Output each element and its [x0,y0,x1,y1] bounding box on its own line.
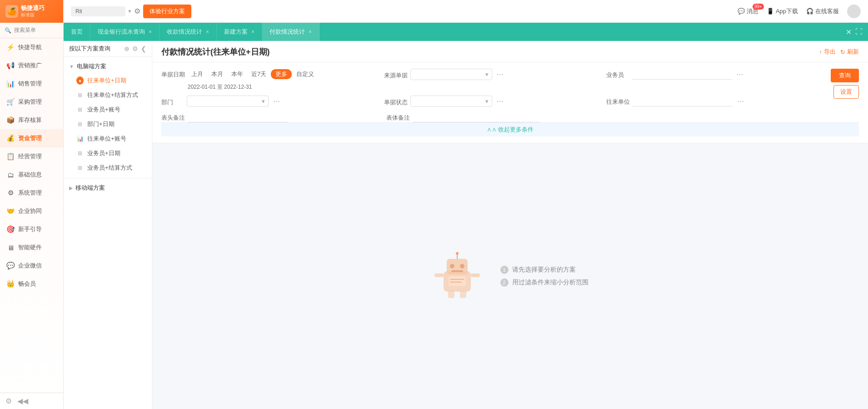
mobile-schema-group[interactable]: ▶ 移动端方案 [64,181,152,195]
mobile-schema-section: ▶ 移动端方案 [64,178,152,197]
schema-item-staff-date[interactable]: ⊞ 业务员+日期 [64,146,152,161]
source-dots[interactable]: ··· [497,70,504,79]
tabbar-controls: ✕ ⛶ [840,23,868,41]
add-schema-icon[interactable]: ⊕ [124,45,130,52]
sidebar-item-inventory[interactable]: 📦 库存核算 [0,111,63,129]
refresh-icon: ↻ [840,49,845,56]
sidebar-item-sales[interactable]: 📊 销售管理 [0,75,63,93]
tab-new-plan[interactable]: 新建方案 × [217,23,262,41]
app-download-button[interactable]: 📱 App下载 [767,7,798,15]
schema-item-unit-account[interactable]: 📊 往来单位+账号 [64,131,152,146]
schema-item-staff-settle[interactable]: ⊞ 业务员+结算方式 [64,161,152,175]
online-service-button[interactable]: 🎧 在线客服 [806,7,839,15]
dept-dots[interactable]: ··· [273,96,280,106]
refresh-button[interactable]: ↻ 刷新 [840,48,859,56]
collapse-sidebar-icon[interactable]: ◀◀ [17,397,28,405]
filter-settings-button[interactable]: 设置 [833,85,859,99]
schema-active-icon: ● [76,77,84,84]
sidebar-nav: ⚡ 快捷导航 📢 营销推广 📊 销售管理 🛒 采购管理 📦 库存核算 💰 资金管… [0,38,63,393]
source-select-wrap [410,69,492,80]
empty-hint-2: 2 用过滤条件来缩小分析范围 [500,278,589,287]
sidebar-item-basic[interactable]: 🗂 基础信息 [0,166,63,184]
schema-item-unit-settle[interactable]: ⊞ 往来单位+结算方式 [64,88,152,102]
search-menu[interactable]: 🔍 搜索菜单 [0,23,63,38]
voucher-status-dots[interactable]: ··· [497,96,504,106]
tab-income-stats[interactable]: 收款情况统计 × [160,23,217,41]
date-range-text: 2022-01-01 至 2022-12-31 [188,83,377,91]
svg-rect-7 [434,273,444,277]
sidebar-item-marketing[interactable]: 📢 营销推广 [0,56,63,75]
tab-close-payment-stats[interactable]: × [309,29,312,35]
sidebar-item-quick-nav[interactable]: ⚡ 快捷导航 [0,38,63,56]
tab-payment-stats[interactable]: 付款情况统计 × [262,23,319,41]
tab-bank-flow[interactable]: 现金银行流水查询 × [90,23,160,41]
message-button[interactable]: 💬 消息 99+ [738,7,758,15]
sidebar-item-system[interactable]: ⚙ 系统管理 [0,184,63,202]
pc-schema-group[interactable]: ▼ 电脑端方案 [64,60,152,73]
tab-close-new-plan[interactable]: × [251,29,254,35]
left-panel-header: 按以下方案查询 ⊕ ⚙ ❮ [64,41,152,57]
schema-grid-icon-1: ⊞ [76,106,84,113]
schema-settings-icon[interactable]: ⚙ [132,45,138,52]
collapse-panel-icon[interactable]: ❮ [141,45,146,52]
hardware-icon: 🖥 [6,243,15,252]
svg-rect-4 [451,270,463,272]
dept-select-wrap [187,96,269,107]
partner-input[interactable] [633,96,733,106]
topbar: Rit ▾ ⚙ 体验行业方案 💬 消息 99+ 📱 App下载 🎧 在线客服 [64,0,868,23]
date-this-month-btn[interactable]: 本月 [208,69,227,80]
body-note-label: 表体备注 [386,112,410,122]
trial-button[interactable]: 体验行业方案 [143,5,191,18]
date-last-month-btn[interactable]: 上月 [188,69,207,80]
app-icon: 📱 [767,8,774,15]
filter-row-2: 部门 ··· 单据状态 [161,96,822,107]
tab-close-bank-flow[interactable]: × [149,29,152,35]
query-button[interactable]: 查询 [831,69,859,82]
date-this-year-btn[interactable]: 本年 [228,69,247,80]
date-more-btn[interactable]: 更多 [271,69,292,79]
collapse-bar[interactable]: ∧∧ 收起更多条件 [161,122,859,136]
topbar-actions: 💬 消息 99+ 📱 App下载 🎧 在线客服 [738,5,861,18]
staff-input[interactable] [632,69,732,80]
main-area: Rit ▾ ⚙ 体验行业方案 💬 消息 99+ 📱 App下载 🎧 在线客服 [64,0,868,409]
staff-label: 业务员 [606,69,629,79]
date-7days-btn[interactable]: 近7天 [248,69,270,80]
user-dropdown-icon[interactable]: ▾ [128,8,131,15]
sidebar-item-finance[interactable]: 💰 资金管理 [0,129,63,147]
sidebar-item-purchase[interactable]: 🛒 采购管理 [0,93,63,111]
partner-dots[interactable]: ··· [737,96,744,106]
staff-dots[interactable]: ··· [736,70,743,79]
date-custom-btn[interactable]: 自定义 [293,69,318,80]
voucher-status-select[interactable] [410,96,492,107]
sidebar-item-member[interactable]: 👑 畅会员 [0,275,63,293]
empty-illustration [432,251,482,302]
tab-home[interactable]: 首页 [64,23,90,41]
body-note-input[interactable] [413,111,540,122]
empty-state: 1 请先选择要分析的方案 2 用过滤条件来缩小分析范围 [152,143,868,409]
sidebar-item-enterprise[interactable]: 🤝 企业协同 [0,202,63,220]
user-avatar[interactable] [847,5,861,18]
schema-item-dept-date[interactable]: ⊞ 部门+日期 [64,117,152,131]
sidebar-item-guide[interactable]: 🎯 新手引导 [0,220,63,238]
sidebar-item-wechat[interactable]: 💬 企业微信 [0,257,63,275]
schema-item-staff-account[interactable]: ⊞ 业务员+账号 [64,102,152,117]
dept-select[interactable] [187,96,269,107]
sidebar-item-operation[interactable]: 📋 经营管理 [0,147,63,166]
schema-item-unit-date[interactable]: ● 往来单位+日期 [64,73,152,88]
close-all-tabs-icon[interactable]: ✕ [846,28,852,36]
user-info-box[interactable]: Rit [71,6,125,16]
settings-bottom-icon[interactable]: ⚙ [5,397,12,405]
schema-grid-icon-4: ⊞ [76,164,84,172]
sidebar: 🍊 畅捷通巧 标准版 🔍 搜索菜单 ⚡ 快捷导航 📢 营销推广 📊 销售管理 🛒… [0,0,64,409]
expand-tabs-icon[interactable]: ⛶ [855,28,863,36]
right-panel: 付款情况统计(往来单位+日期) ↑ 导出 ↻ 刷新 [152,41,868,409]
guide-icon: 🎯 [6,225,15,233]
topbar-settings-icon[interactable]: ⚙ [134,7,140,15]
header-note-input[interactable] [188,111,288,122]
tab-close-income-stats[interactable]: × [206,29,209,35]
export-button[interactable]: ↑ 导出 [819,48,836,56]
mobile-group-expand-icon: ▶ [69,185,73,191]
left-panel: 按以下方案查询 ⊕ ⚙ ❮ ▼ 电脑端方案 ● 往来单位+日期 ⊞ [64,41,152,409]
source-select[interactable] [410,69,492,80]
sidebar-item-hardware[interactable]: 🖥 智能硬件 [0,238,63,257]
